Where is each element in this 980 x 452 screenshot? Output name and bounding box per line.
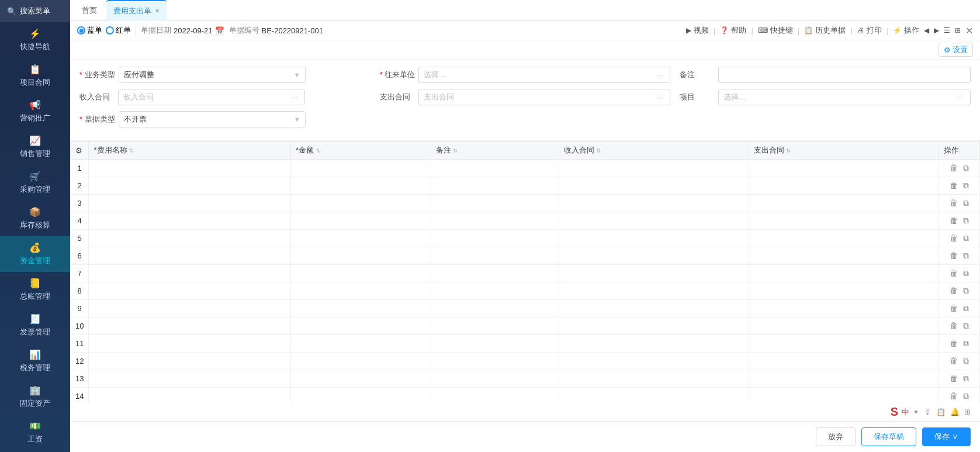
cell-amount[interactable] (291, 247, 431, 265)
cell-income-contract[interactable] (559, 300, 749, 318)
invoice-type-input[interactable]: 不开票 ▼ (119, 111, 306, 127)
calendar-icon[interactable]: 📅 (215, 26, 224, 35)
radio-red[interactable]: 红单 (106, 25, 131, 36)
cell-expense-name[interactable] (89, 247, 291, 265)
cell-expense-contract[interactable] (749, 353, 939, 370)
sidebar-item-capital-mgmt[interactable]: 💰资金管理 (0, 236, 70, 272)
cell-expense-name[interactable] (89, 300, 291, 318)
col-settings-header[interactable]: ⚙ (71, 142, 89, 160)
sidebar-item-marketing[interactable]: 📢营销推广 (0, 94, 70, 129)
copy-row-btn[interactable]: ⧉ (963, 286, 969, 295)
cell-expense-name[interactable] (89, 177, 291, 195)
shortcut-btn[interactable]: ⌨ 快捷键 (758, 25, 793, 36)
cell-expense-name[interactable] (89, 370, 291, 388)
col-expense-name-header[interactable]: *费用名称 (89, 142, 291, 160)
project-more-icon[interactable]: ··· (954, 93, 965, 102)
cell-remark[interactable] (431, 177, 559, 195)
cell-income-contract[interactable] (559, 195, 749, 212)
cell-expense-name[interactable] (89, 388, 291, 403)
cell-amount[interactable] (291, 195, 431, 212)
cell-expense-contract[interactable] (749, 265, 939, 282)
operations-btn[interactable]: ⚡ 操作 (893, 25, 919, 36)
delete-row-btn[interactable]: 🗑 (950, 268, 958, 278)
cell-expense-contract[interactable] (749, 230, 939, 247)
cell-income-contract[interactable] (559, 212, 749, 230)
save-draft-button[interactable]: 保存草稿 (861, 427, 916, 446)
cell-remark[interactable] (431, 212, 559, 230)
cell-income-contract[interactable] (559, 230, 749, 247)
cell-amount[interactable] (291, 318, 431, 335)
copy-row-btn[interactable]: ⧉ (963, 163, 969, 172)
cell-expense-name[interactable] (89, 265, 291, 282)
cell-amount[interactable] (291, 300, 431, 318)
cell-amount[interactable] (291, 212, 431, 230)
video-btn[interactable]: ▶ 视频 (686, 25, 709, 36)
cell-remark[interactable] (431, 282, 559, 300)
sidebar-item-accounting[interactable]: 📒总账管理 (0, 272, 70, 308)
cell-remark[interactable] (431, 353, 559, 370)
delete-row-btn[interactable]: 🗑 (950, 339, 958, 348)
cell-expense-contract[interactable] (749, 282, 939, 300)
cell-expense-contract[interactable] (749, 300, 939, 318)
cell-remark[interactable] (431, 388, 559, 403)
cell-amount[interactable] (291, 177, 431, 195)
tab-expense-bill[interactable]: 费用支出单 ✕ (106, 0, 167, 21)
delete-row-btn[interactable]: 🗑 (950, 233, 958, 243)
partner-more-icon[interactable]: ··· (655, 71, 666, 80)
cell-remark[interactable] (431, 195, 559, 212)
cell-income-contract[interactable] (559, 335, 749, 353)
delete-row-btn[interactable]: 🗑 (950, 286, 958, 295)
sidebar-item-invoice-mgmt[interactable]: 🧾发票管理 (0, 308, 70, 343)
cell-expense-contract[interactable] (749, 212, 939, 230)
save-button[interactable]: 保存 ∨ (922, 427, 971, 446)
delete-row-btn[interactable]: 🗑 (950, 216, 958, 225)
cell-income-contract[interactable] (559, 318, 749, 335)
cell-amount[interactable] (291, 230, 431, 247)
sidebar-item-tax-mgmt[interactable]: 📊税务管理 (0, 343, 70, 379)
cell-income-contract[interactable] (559, 388, 749, 403)
cell-expense-contract[interactable] (749, 160, 939, 177)
sidebar-search[interactable]: 🔍 搜索菜单 (0, 0, 70, 22)
col-income-contract-header[interactable]: 收入合同 (559, 142, 749, 160)
cell-income-contract[interactable] (559, 177, 749, 195)
settings-button[interactable]: ⚙ 设置 (939, 43, 973, 57)
business-type-input[interactable]: 应付调整 ▼ (119, 67, 306, 83)
sidebar-item-inventory[interactable]: 📦库存核算 (0, 201, 70, 236)
help-btn[interactable]: ❓ 帮助 (720, 25, 746, 36)
sidebar-item-project-contract[interactable]: 📋项目合同 (0, 58, 70, 94)
cell-amount[interactable] (291, 265, 431, 282)
cell-remark[interactable] (431, 230, 559, 247)
cell-remark[interactable] (431, 370, 559, 388)
cell-expense-name[interactable] (89, 318, 291, 335)
sidebar-item-sales-mgmt[interactable]: 📈销售管理 (0, 129, 70, 165)
expense-table-container[interactable]: ⚙ *费用名称 *金额 备注 收入合同 支出合同 操作 1 🗑 (70, 141, 980, 403)
sidebar-item-payroll[interactable]: 💵工资 (0, 415, 70, 450)
col-amount-header[interactable]: *金额 (291, 142, 431, 160)
tab-close-icon[interactable]: ✕ (155, 8, 160, 14)
cell-income-contract[interactable] (559, 353, 749, 370)
cell-income-contract[interactable] (559, 370, 749, 388)
delete-row-btn[interactable]: 🗑 (950, 303, 958, 313)
radio-blue[interactable]: 蓝单 (77, 25, 102, 36)
cell-income-contract[interactable] (559, 265, 749, 282)
cell-amount[interactable] (291, 282, 431, 300)
copy-row-btn[interactable]: ⧉ (963, 216, 969, 225)
delete-row-btn[interactable]: 🗑 (950, 251, 958, 260)
copy-row-btn[interactable]: ⧉ (963, 268, 969, 278)
expense-contract-more-icon[interactable]: ··· (655, 93, 666, 102)
cell-expense-name[interactable] (89, 160, 291, 177)
cell-expense-name[interactable] (89, 335, 291, 353)
copy-row-btn[interactable]: ⧉ (963, 391, 969, 401)
cell-amount[interactable] (291, 160, 431, 177)
delete-row-btn[interactable]: 🗑 (950, 321, 958, 330)
delete-row-btn[interactable]: 🗑 (950, 391, 958, 401)
copy-row-btn[interactable]: ⧉ (963, 321, 969, 330)
window-close-btn[interactable]: ✕ (965, 25, 973, 36)
cell-remark[interactable] (431, 160, 559, 177)
project-input[interactable]: 选择... ··· (718, 89, 971, 105)
cell-amount[interactable] (291, 353, 431, 370)
cell-income-contract[interactable] (559, 282, 749, 300)
cell-expense-name[interactable] (89, 353, 291, 370)
cell-amount[interactable] (291, 388, 431, 403)
expense-contract-input[interactable]: 支出合同 ··· (418, 89, 671, 105)
